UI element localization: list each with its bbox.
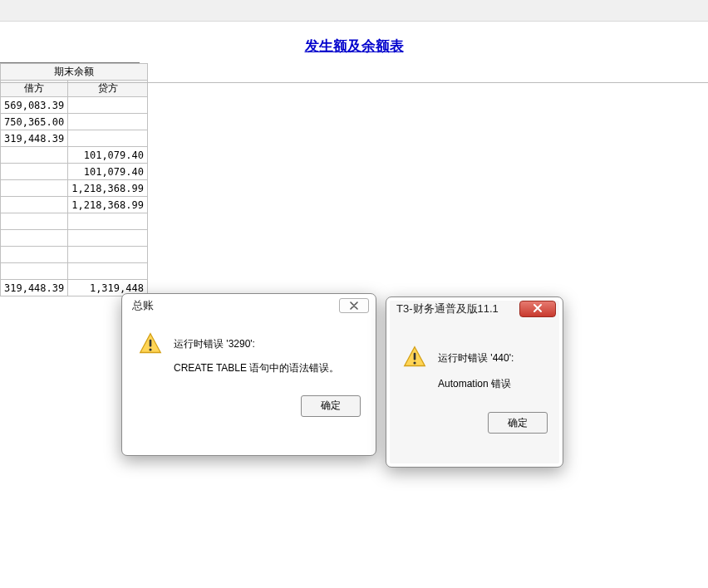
dialog-title: 总账 — [132, 298, 154, 313]
close-icon — [533, 303, 543, 316]
error-dialog-440: T3-财务通普及版11.1 运行时错误 '440': Automation 错误… — [386, 296, 563, 468]
warning-icon — [403, 345, 426, 369]
table-row — [1, 213, 148, 230]
dialog-titlebar: 总账 — [122, 294, 376, 317]
table-row: 101,079.40 — [1, 164, 148, 180]
dialog-titlebar: T3-财务通普及版11.1 — [386, 297, 563, 321]
ok-button[interactable]: 确定 — [301, 395, 361, 417]
cell-debit — [1, 263, 68, 280]
cell-credit: 1,218,368.99 — [68, 180, 148, 197]
cell-debit: 750,365.00 — [1, 114, 68, 130]
svg-point-2 — [149, 348, 151, 350]
menu-bar — [0, 0, 708, 22]
cell-debit: 319,448.39 — [1, 130, 68, 147]
col-group-closing-balance: 期末余额 — [1, 64, 148, 81]
table-row — [1, 247, 148, 263]
table-row: 101,079.40 — [1, 147, 148, 164]
cell-debit — [1, 180, 68, 197]
cell-debit — [1, 213, 68, 230]
cell-credit — [68, 97, 148, 114]
error-dialog-3290: 总账 运行时错误 '3290': CREATE TABLE 语句中的语法错误。 … — [121, 293, 376, 456]
cell-credit: 101,079.40 — [68, 164, 148, 180]
cell-debit: 319,448.39 — [1, 280, 68, 296]
balance-table: 期末余额 借方 贷方 569,083.39 750,365.00 319,448… — [0, 62, 140, 296]
dialog-message: 运行时错误 '440': Automation 错误 — [438, 345, 514, 397]
cell-debit — [1, 164, 68, 180]
table-row — [1, 230, 148, 247]
ok-button[interactable]: 确定 — [488, 412, 548, 434]
table-row: 569,083.39 — [1, 97, 148, 114]
cell-credit — [68, 263, 148, 280]
title-row: 发生额及余额表 — [0, 22, 708, 62]
cell-debit — [1, 197, 68, 213]
cell-credit: 101,079.40 — [68, 147, 148, 164]
svg-rect-1 — [150, 340, 152, 347]
svg-rect-4 — [414, 353, 416, 360]
cell-debit — [1, 247, 68, 263]
table-row: 319,448.39 — [1, 130, 148, 147]
divider — [0, 82, 708, 83]
cell-credit — [68, 213, 148, 230]
svg-point-5 — [413, 361, 415, 364]
table-row: 1,218,368.99 — [1, 197, 148, 213]
cell-credit — [68, 130, 148, 147]
close-icon — [350, 300, 358, 312]
error-line-1: 运行时错误 '3290': — [174, 332, 339, 356]
error-line-2: CREATE TABLE 语句中的语法错误。 — [174, 356, 339, 380]
cell-debit — [1, 230, 68, 247]
table-row — [1, 263, 148, 280]
page-title-link[interactable]: 发生额及余额表 — [305, 38, 404, 54]
close-button[interactable] — [339, 298, 369, 313]
cell-credit — [68, 247, 148, 263]
table-row: 750,365.00 — [1, 114, 148, 130]
close-button[interactable] — [519, 301, 556, 317]
table-row: 1,218,368.99 — [1, 180, 148, 197]
cell-debit — [1, 147, 68, 164]
warning-icon — [139, 332, 162, 355]
error-line-2: Automation 错误 — [438, 371, 514, 397]
cell-credit: 1,218,368.99 — [68, 197, 148, 213]
cell-credit — [68, 114, 148, 130]
cell-credit — [68, 230, 148, 247]
cell-debit: 569,083.39 — [1, 97, 68, 114]
dialog-title: T3-财务通普及版11.1 — [396, 301, 499, 316]
dialog-message: 运行时错误 '3290': CREATE TABLE 语句中的语法错误。 — [174, 332, 339, 380]
error-line-1: 运行时错误 '440': — [438, 345, 514, 371]
